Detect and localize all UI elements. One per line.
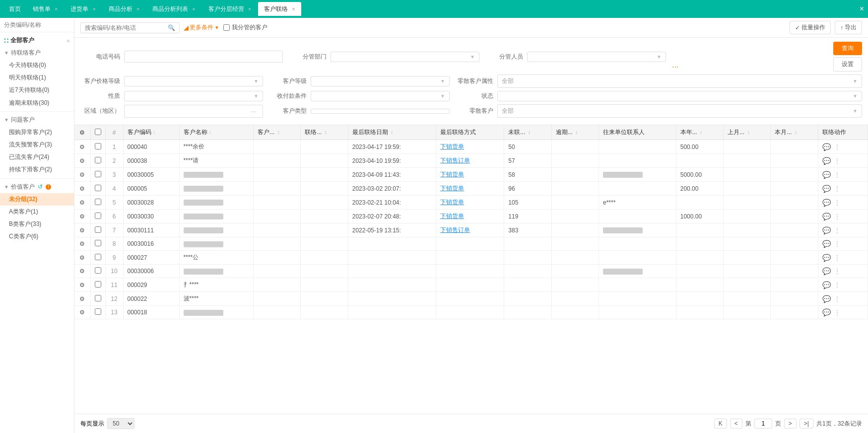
price-level-select[interactable]: ▼ (124, 76, 263, 86)
contact-icon-2[interactable]: 💬 (822, 171, 831, 179)
row-gear-9[interactable]: ⚙ (74, 265, 90, 278)
sidebar-item-declining[interactable]: 持续下滑客户(2) (0, 163, 74, 176)
th-type[interactable]: 客户... ↕ (254, 125, 301, 140)
filter-search-icon[interactable]: 🔍 (168, 24, 175, 31)
row-gear-0[interactable]: ⚙ (74, 140, 90, 154)
tab-purchase[interactable]: 进货单 × (65, 2, 101, 16)
row-checkbox-11[interactable] (95, 295, 101, 301)
th-name[interactable]: 客户名称 ↕ (179, 125, 254, 140)
close-purchase-tab[interactable]: × (92, 6, 95, 12)
contact-icon-11[interactable]: 💬 (822, 295, 831, 303)
row-checkbox-3[interactable] (95, 185, 101, 191)
more-icon-10[interactable]: ⋮ (834, 281, 841, 289)
row-check-2[interactable] (90, 168, 105, 182)
row-gear-3[interactable]: ⚙ (74, 182, 90, 196)
sidebar-item-tomorrow[interactable]: 明天待联络(1) (0, 72, 74, 84)
th-not-contact[interactable]: 未联... ↕ (504, 125, 551, 140)
tab-goods-analysis[interactable]: 商品分析 × (103, 2, 145, 16)
row-check-4[interactable] (90, 196, 105, 210)
phone-input[interactable] (124, 51, 283, 63)
section-pending-contact[interactable]: ▼ 待联络客户 (0, 47, 74, 59)
sidebar-item-abnormal[interactable]: 囤购异常客户(2) (0, 126, 74, 139)
row-check-7[interactable] (90, 237, 105, 251)
tab-sales[interactable]: 销售单 × (27, 2, 64, 16)
sidebar-search-box[interactable]: ⌕ (0, 18, 74, 32)
tab-goods-list[interactable]: 商品分析列表 × (146, 2, 201, 16)
row-checkbox-2[interactable] (95, 171, 101, 177)
contact-icon-6[interactable]: 💬 (822, 226, 831, 234)
contact-icon-10[interactable]: 💬 (822, 281, 831, 289)
page-size-select[interactable]: 50 20 100 (107, 418, 134, 429)
th-code[interactable]: 客户编码 ↕ (123, 125, 179, 140)
contact-icon-12[interactable]: 💬 (822, 308, 831, 316)
row-check-12[interactable] (90, 306, 105, 319)
tab-home[interactable]: 首页 (4, 2, 26, 16)
sidebar-item-7days[interactable]: 近7天待联络(0) (0, 84, 74, 96)
filter-search-input[interactable] (85, 24, 166, 31)
row-check-10[interactable] (90, 278, 105, 292)
sidebar-item-overdue[interactable]: 逾期未联络(30) (0, 97, 74, 109)
more-icon-8[interactable]: ⋮ (834, 254, 841, 262)
close-customer-contact-tab[interactable]: × (292, 6, 295, 12)
row-last-way-2[interactable]: 下销货单 (436, 168, 504, 182)
row-check-5[interactable] (90, 210, 105, 223)
more-icon-1[interactable]: ⋮ (834, 157, 841, 165)
contact-icon-0[interactable]: 💬 (822, 143, 831, 151)
contact-icon-3[interactable]: 💬 (822, 185, 831, 193)
section-problem-customers[interactable]: ▼ 问题客户 (0, 114, 74, 126)
dept-select[interactable]: ▼ (331, 52, 479, 62)
payment-select[interactable]: ▼ (311, 91, 450, 101)
more-icon-12[interactable]: ⋮ (834, 308, 841, 316)
th-this-year[interactable]: 本年... ↕ (676, 125, 723, 140)
row-check-6[interactable] (90, 223, 105, 237)
contact-icon-4[interactable]: 💬 (822, 199, 831, 207)
customer-level-select[interactable]: ▼ (311, 76, 450, 86)
more-icon-5[interactable]: ⋮ (834, 213, 841, 220)
row-gear-12[interactable]: ⚙ (74, 306, 90, 319)
prev-page-btn[interactable]: < (730, 419, 742, 429)
row-gear-7[interactable]: ⚙ (74, 237, 90, 251)
more-icon-6[interactable]: ⋮ (834, 226, 841, 234)
contact-icon-9[interactable]: 💬 (822, 267, 831, 275)
contact-icon-5[interactable]: 💬 (822, 213, 831, 220)
row-checkbox-7[interactable] (95, 240, 101, 246)
close-sales-tab[interactable]: × (55, 6, 58, 12)
row-last-way-5[interactable]: 下销货单 (436, 210, 504, 223)
row-check-9[interactable] (90, 265, 105, 278)
row-checkbox-5[interactable] (95, 213, 101, 219)
tab-customer-mgr[interactable]: 客户分层经营 × (202, 2, 257, 16)
row-last-way-6[interactable]: 下销售订单 (436, 223, 504, 237)
first-page-btn[interactable]: K (714, 419, 727, 429)
my-customers-filter[interactable]: 我分管的客户 (223, 23, 267, 32)
row-gear-6[interactable]: ⚙ (74, 223, 90, 237)
th-last-way[interactable]: 最后联络方式 (436, 125, 504, 140)
tab-customer-contact[interactable]: 客户联络 × (258, 2, 301, 16)
region-select[interactable]: ··· (124, 105, 263, 118)
sidebar-item-b-class[interactable]: B类客户(33) (0, 218, 74, 230)
row-checkbox-8[interactable] (95, 254, 101, 260)
row-check-8[interactable] (90, 251, 105, 265)
row-gear-2[interactable]: ⚙ (74, 168, 90, 182)
row-checkbox-1[interactable] (95, 157, 101, 163)
row-checkbox-6[interactable] (95, 226, 101, 233)
row-checkbox-4[interactable] (95, 199, 101, 205)
contact-icon-1[interactable]: 💬 (822, 157, 831, 165)
reset-btn[interactable]: 设置 (833, 57, 862, 72)
th-this-month[interactable]: 本月... ↕ (771, 125, 818, 140)
more-icon-4[interactable]: ⋮ (834, 199, 841, 207)
row-last-way-1[interactable]: 下销售订单 (436, 154, 504, 168)
th-check[interactable] (90, 125, 105, 140)
sidebar-all-customers[interactable]: ∷ 全部客户 « (0, 32, 74, 47)
more-icon-3[interactable]: ⋮ (834, 185, 841, 193)
close-goods-analysis-tab[interactable]: × (136, 6, 139, 12)
th-last-month[interactable]: 上月... ↕ (724, 125, 771, 140)
th-gear[interactable]: ⚙ (74, 125, 90, 140)
filter-search-box[interactable]: 🔍 (80, 22, 180, 33)
cust-type-select[interactable] (311, 109, 450, 114)
sidebar-item-a-class[interactable]: A类客户(1) (0, 206, 74, 218)
row-last-way-4[interactable]: 下销货单 (436, 196, 504, 210)
more-icon-11[interactable]: ⋮ (834, 295, 841, 303)
row-gear-4[interactable]: ⚙ (74, 196, 90, 210)
row-check-11[interactable] (90, 292, 105, 306)
sidebar-item-ungroup[interactable]: 未分组(32) (0, 193, 74, 206)
